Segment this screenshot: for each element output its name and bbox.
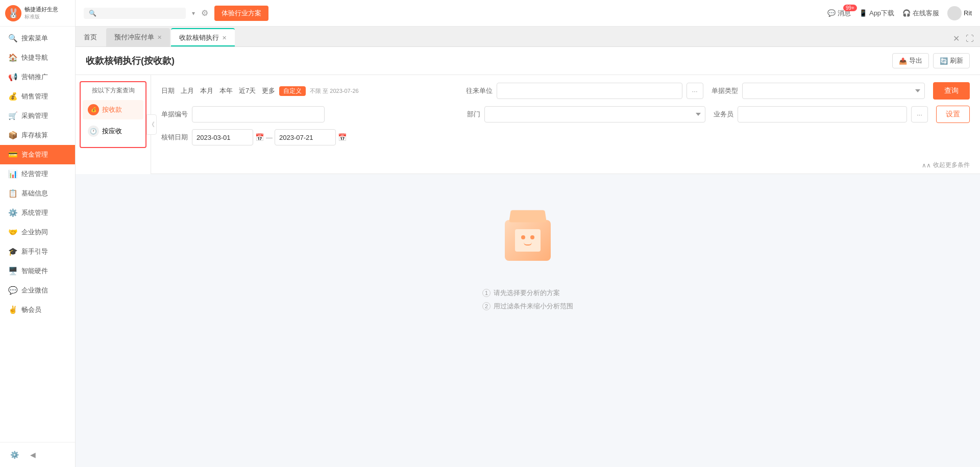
verify-date-end-input[interactable]: [275, 129, 336, 145]
purchase-icon: 🛒: [8, 111, 17, 120]
date-filter: 上月 本月 本年 近7天 更多 自定义 不限 至 2023-07-26: [179, 85, 458, 96]
service-icon: 🎧: [902, 9, 911, 17]
date-7days[interactable]: 近7天: [237, 85, 258, 96]
sidebar-item-system[interactable]: ⚙️ 系统管理: [0, 203, 75, 223]
date-custom-badge[interactable]: 自定义: [279, 86, 306, 96]
online-service-button[interactable]: 🎧 在线客服: [902, 9, 939, 18]
verify-date-group: 核销日期 📅 — 📅: [161, 129, 970, 145]
sidebar-item-quick-nav[interactable]: 🏠 快捷导航: [0, 48, 75, 67]
page-title-row: 收款核销执行(按收款) 📤 导出 🔄 刷新: [86, 53, 970, 68]
sidebar-item-wechat[interactable]: 💬 企业微信: [0, 281, 75, 300]
date-more[interactable]: 更多: [260, 85, 277, 96]
sidebar-item-hardware[interactable]: 🖥️ 智能硬件: [0, 261, 75, 281]
sidebar-label-system: 系统管理: [21, 208, 48, 217]
sidebar-item-vip[interactable]: ✌️ 畅会员: [0, 300, 75, 319]
guide-icon: 🎓: [8, 247, 17, 256]
sidebar-collapse-btn[interactable]: ◀: [26, 448, 40, 462]
top-header: 🔍 ▾ ⚙ 体验行业方案 💬 消息 99+ 📱 App下载 🎧 在线客服 Rit: [76, 0, 980, 27]
sidebar-item-operations[interactable]: 📊 经营管理: [0, 164, 75, 184]
sidebar-settings-btn[interactable]: ⚙️: [7, 448, 21, 462]
hint-num-2: 2: [482, 302, 491, 310]
app-download-button[interactable]: 📱 App下载: [859, 9, 894, 18]
sidebar-label-enterprise: 企业协同: [21, 228, 48, 237]
verify-date-start-input[interactable]: [192, 129, 253, 145]
sidebar-label-vip: 畅会员: [21, 305, 41, 314]
receivable-filter-icon: 🕐: [88, 126, 99, 137]
sidebar-item-enterprise[interactable]: 🤝 企业协同: [0, 223, 75, 242]
date-sub-text: 不限 至 2023-07-26: [310, 87, 358, 95]
dept-select[interactable]: [484, 106, 705, 122]
sidebar-label-basics: 基础信息: [21, 189, 48, 198]
sales-group: 业务员 ···: [714, 106, 928, 122]
sidebar-item-search[interactable]: 🔍 搜索菜单: [0, 29, 75, 48]
header-dropdown-btn[interactable]: ▾: [192, 10, 195, 17]
dept-group: 部门: [467, 106, 705, 122]
app-name: 畅捷通好生意: [24, 6, 58, 13]
sidebar-label-purchase: 采购管理: [21, 111, 48, 120]
doc-no-group: 单据编号: [161, 106, 459, 122]
user-profile[interactable]: Rit: [947, 6, 972, 20]
partner-input[interactable]: [497, 83, 682, 99]
date-label: 日期: [161, 86, 175, 95]
sales-input[interactable]: [738, 106, 907, 122]
tab-bar: 首页 预付冲应付单 ✕ 收款核销执行 ✕ ✕ ⛶: [76, 27, 980, 47]
tab-bar-actions: ✕ ⛶: [951, 33, 980, 46]
refresh-button[interactable]: 🔄 刷新: [933, 53, 970, 68]
sidebar-item-marketing[interactable]: 📢 营销推广: [0, 67, 75, 87]
sidebar-item-inventory[interactable]: 📦 库存核算: [0, 126, 75, 145]
doc-type-select[interactable]: [742, 83, 925, 99]
header-gear-btn[interactable]: ⚙: [201, 8, 208, 18]
filter-receivable-label: 按应收: [102, 127, 122, 136]
verify-date-end-calendar[interactable]: 📅: [338, 133, 347, 141]
message-button[interactable]: 💬 消息 99+: [827, 9, 851, 18]
filter-by-receivable[interactable]: 🕐 按应收: [83, 121, 143, 141]
query-form: 日期 上月 本月 本年 近7天 更多 自定义 不限 至 2023-07-26: [151, 75, 980, 159]
sidebar-label-inventory: 库存核算: [21, 131, 48, 140]
query-form-wrap: 日期 上月 本月 本年 近7天 更多 自定义 不限 至 2023-07-26: [151, 75, 980, 174]
tab-receipt-close[interactable]: ✕: [222, 35, 227, 41]
sidebar-item-purchase[interactable]: 🛒 采购管理: [0, 106, 75, 126]
collapse-more-btn[interactable]: ∧∧ 收起更多条件: [922, 161, 970, 169]
date-this-year[interactable]: 本年: [217, 85, 235, 96]
partner-ellipsis-btn[interactable]: ···: [687, 83, 703, 99]
page-header: 收款核销执行(按收款) 📤 导出 🔄 刷新: [76, 47, 980, 75]
tab-receipt-label: 收款核销执行: [179, 33, 219, 42]
header-search-area[interactable]: 🔍: [84, 8, 186, 19]
doc-no-input[interactable]: [192, 106, 325, 122]
tab-prepay[interactable]: 预付冲应付单 ✕: [106, 28, 170, 46]
settings-button[interactable]: 设置: [936, 106, 970, 123]
sidebar-item-sales[interactable]: 💰 销售管理: [0, 87, 75, 106]
refresh-icon: 🔄: [940, 57, 948, 65]
verify-date-start-calendar[interactable]: 📅: [255, 133, 264, 141]
tab-close-all-btn[interactable]: ✕: [951, 33, 962, 44]
hardware-icon: 🖥️: [8, 266, 17, 276]
sidebar: 🐰 畅捷通好生意 标准版 🔍 搜索菜单 🏠 快捷导航 📢 营销推广 💰 销售管理…: [0, 0, 76, 467]
verify-date-label: 核销日期: [161, 133, 188, 142]
filter-panel-collapse-btn[interactable]: 《: [146, 114, 157, 135]
tab-fullscreen-btn[interactable]: ⛶: [964, 33, 976, 44]
query-btn-group: 查询: [933, 82, 970, 100]
wechat-icon: 💬: [8, 286, 17, 295]
tab-home[interactable]: 首页: [76, 28, 105, 46]
filter-by-receipt[interactable]: 💰 按收款: [83, 100, 143, 119]
date-last-month[interactable]: 上月: [179, 85, 196, 96]
date-this-month[interactable]: 本月: [198, 85, 215, 96]
sales-icon: 💰: [8, 92, 17, 101]
tab-receipt-verify[interactable]: 收款核销执行 ✕: [171, 28, 235, 46]
sidebar-item-fund[interactable]: 💳 资金管理: [0, 145, 75, 164]
tab-prepay-close[interactable]: ✕: [157, 34, 162, 41]
collapse-more-section: ∧∧ 收起更多条件: [151, 159, 980, 174]
sales-ellipsis-btn[interactable]: ···: [911, 106, 928, 122]
sidebar-item-basics[interactable]: 📋 基础信息: [0, 184, 75, 203]
home-icon: 🏠: [8, 53, 17, 62]
fund-icon: 💳: [8, 150, 17, 159]
query-button[interactable]: 查询: [933, 82, 970, 100]
tab-prepay-label: 预付冲应付单: [114, 33, 154, 42]
sidebar-label-hardware: 智能硬件: [21, 266, 48, 276]
search-icon: 🔍: [8, 34, 17, 43]
sidebar-item-guide[interactable]: 🎓 新手引导: [0, 242, 75, 261]
solution-button[interactable]: 体验行业方案: [214, 6, 268, 21]
export-button[interactable]: 📤 导出: [892, 53, 929, 68]
empty-state: 1 请先选择要分析的方案 2 用过滤条件来缩小分析范围: [76, 174, 980, 356]
form-row-3: 核销日期 📅 — 📅: [161, 129, 970, 145]
